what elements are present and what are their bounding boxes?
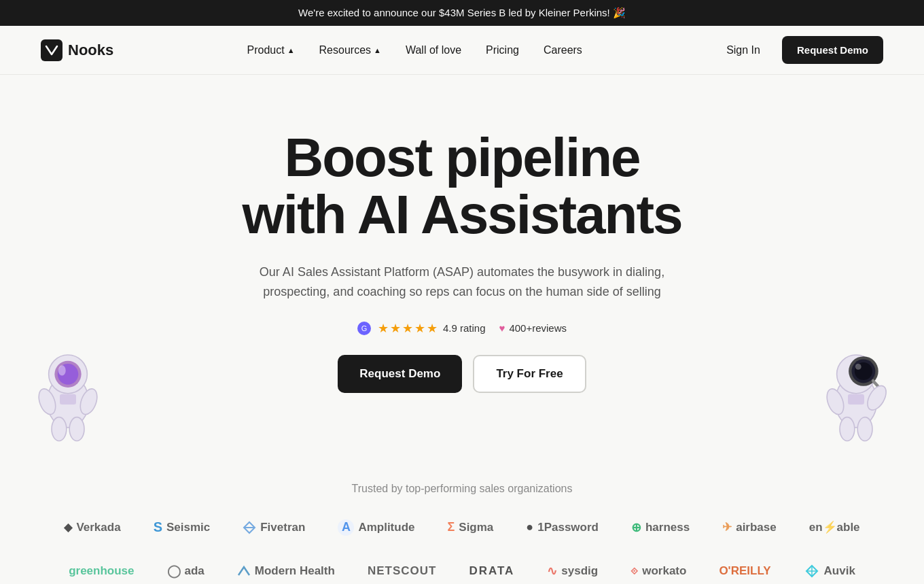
- rating-value: 4.9 rating: [443, 322, 486, 334]
- hero-cta: Request Demo Try For Free: [82, 355, 842, 393]
- astronaut-left: [27, 339, 109, 420]
- request-demo-hero-button[interactable]: Request Demo: [338, 355, 462, 393]
- announcement-bar: We're excited to announce our $43M Serie…: [0, 0, 924, 26]
- reviews-count: 400+reviews: [509, 322, 567, 334]
- list-item: ◆ Verkada: [64, 521, 120, 534]
- list-item: Modern Health: [237, 564, 335, 578]
- list-item: greenhouse: [69, 564, 134, 578]
- svg-point-9: [58, 365, 66, 375]
- list-item: ∿ sysdig: [547, 564, 598, 579]
- list-item: ⊕ harness: [631, 520, 690, 535]
- logo[interactable]: Nooks: [41, 39, 113, 61]
- logos-row-2: greenhouse ◯ ada Modern Health NETSCOUT …: [41, 563, 883, 579]
- hero-description: Our AI Sales Assistant Platform (ASAP) a…: [231, 262, 693, 302]
- list-item: ✈ airbase: [722, 520, 777, 534]
- announcement-text: We're excited to announce our $43M Serie…: [298, 7, 626, 18]
- nav-links: Product ▲ Resources ▲ Wall of love Prici…: [247, 44, 582, 56]
- list-item: ◯ ada: [167, 564, 205, 579]
- request-demo-nav-button[interactable]: Request Demo: [782, 36, 883, 64]
- sign-in-button[interactable]: Sign In: [715, 39, 771, 62]
- list-item: Σ Sigma: [447, 520, 493, 534]
- astronaut-right: [815, 339, 897, 420]
- hero-section: Boost pipeline with AI Assistants Our AI…: [54, 75, 870, 456]
- svg-point-21: [855, 364, 861, 370]
- heart-icon: ♥: [499, 322, 505, 334]
- list-item: ● 1Password: [526, 520, 599, 534]
- star-icons: ★★★★★: [378, 321, 439, 336]
- navbar: Nooks Product ▲ Resources ▲ Wall of love…: [0, 26, 924, 75]
- logo-text: Nooks: [68, 41, 113, 59]
- hero-headline: Boost pipeline with AI Assistants: [82, 129, 842, 243]
- list-item: A Amplitude: [338, 519, 414, 536]
- logos-row-1: ◆ Verkada S Seismic Fivetran A Amplitude…: [41, 519, 883, 536]
- svg-point-20: [857, 417, 872, 441]
- nav-item-wall-of-love[interactable]: Wall of love: [406, 44, 461, 56]
- svg-point-7: [52, 417, 67, 441]
- list-item: Auvik: [804, 563, 855, 579]
- svg-rect-22: [848, 394, 864, 404]
- list-item: O'REILLY: [719, 564, 770, 578]
- list-item: S Seismic: [154, 519, 211, 535]
- nav-actions: Sign In Request Demo: [715, 36, 883, 64]
- rating-platform-icon: G: [357, 322, 371, 335]
- list-item: DRATA: [469, 564, 514, 578]
- list-item: NETSCOUT: [368, 564, 437, 578]
- trust-section: Trusted by top-performing sales organiza…: [0, 456, 924, 584]
- list-item: Fivetran: [243, 521, 305, 534]
- list-item: ⟐ workato: [630, 564, 686, 578]
- stars-container: G ★★★★★ 4.9 rating: [357, 321, 486, 336]
- svg-rect-0: [41, 39, 63, 61]
- nav-item-pricing[interactable]: Pricing: [486, 44, 519, 56]
- nav-item-careers[interactable]: Careers: [544, 44, 582, 56]
- reviews-badge: ♥ 400+reviews: [499, 322, 567, 334]
- try-for-free-button[interactable]: Try For Free: [473, 355, 586, 393]
- product-chevron-icon: ▲: [287, 46, 295, 54]
- nav-item-product[interactable]: Product ▲: [247, 44, 295, 56]
- trust-title: Trusted by top-performing sales organiza…: [41, 483, 883, 495]
- svg-point-8: [69, 417, 84, 441]
- logo-icon: [41, 39, 63, 61]
- resources-chevron-icon: ▲: [374, 46, 381, 54]
- hero-rating: G ★★★★★ 4.9 rating ♥ 400+reviews: [82, 321, 842, 336]
- nav-item-resources[interactable]: Resources ▲: [319, 44, 381, 56]
- list-item: en⚡able: [809, 520, 860, 534]
- svg-rect-10: [60, 394, 76, 404]
- svg-point-19: [840, 417, 855, 441]
